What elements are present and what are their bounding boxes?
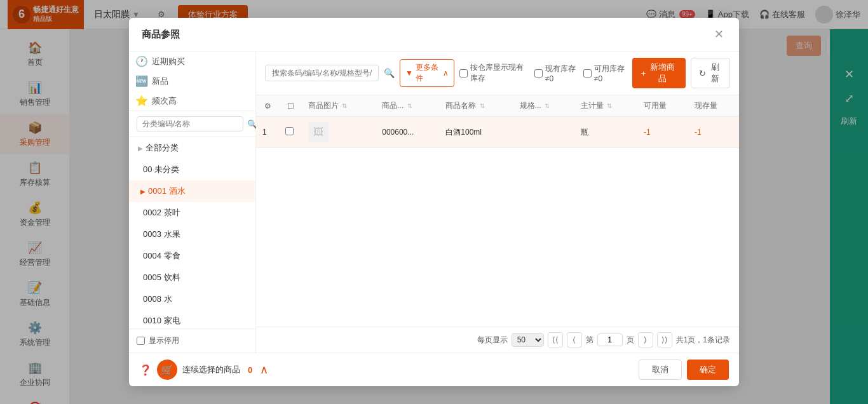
category-alcohol[interactable]: ▶ 0001 酒水 [129, 180, 255, 202]
add-icon: + [641, 69, 646, 78]
usable-stock-label: 可用库存≠0 [594, 64, 627, 83]
usable-stock-checkbox[interactable] [583, 69, 592, 77]
col-stock-label: 现存量 [695, 101, 717, 110]
category-water[interactable]: 0008 水 [129, 288, 255, 310]
col-settings[interactable]: ⚙ [256, 95, 279, 117]
total-info: 共1页，1条记录 [676, 335, 730, 346]
row-name: 白酒100ml [439, 117, 513, 148]
expand-all-icon: ▶ [138, 145, 143, 152]
more-filter-button[interactable]: ▼ 更多条件 ∧ [400, 59, 454, 87]
row-spec [513, 117, 574, 148]
product-unit: 瓶 [581, 128, 588, 137]
existing-stock-filter: 现有库存≠0 [534, 64, 578, 83]
col-available: 可用量 [637, 95, 688, 117]
refresh-icon: ↻ [699, 69, 706, 78]
row-check[interactable] [279, 117, 302, 148]
category-search-input[interactable] [137, 116, 243, 131]
category-all-label: 全部分类 [146, 142, 179, 154]
col-checkbox[interactable]: ☐ [279, 95, 302, 117]
refresh-label: 刷新 [709, 62, 722, 84]
category-snack[interactable]: 0004 零食 [129, 245, 255, 267]
prev-page-button[interactable]: ⟨ [567, 332, 582, 347]
category-appliance[interactable]: 0010 家电 [129, 310, 255, 328]
confirm-button[interactable]: 确定 [687, 360, 729, 380]
first-page-button[interactable]: ⟨⟨ [548, 332, 563, 347]
unit-sort-icon[interactable]: ⇅ [607, 102, 612, 109]
col-image: 商品图片 ⇅ [302, 95, 376, 117]
category-appliance-label: 0010 家电 [143, 315, 180, 327]
category-fruit-label: 0003 水果 [143, 229, 180, 240]
modal-close-button[interactable]: ✕ [711, 27, 726, 42]
category-beverage-label: 0005 饮料 [143, 272, 180, 283]
code-sort-icon[interactable]: ⇅ [407, 102, 412, 109]
col-unit: 主计量 ⇅ [574, 95, 637, 117]
row-unit: 瓶 [574, 117, 637, 148]
usable-stock-filter: 可用库存≠0 [583, 64, 627, 83]
modal-footer: ❓ 🛒 连续选择的商品 0 ∧ 取消 确定 [129, 353, 739, 386]
quick-filter-new[interactable]: 🆕 新品 [129, 71, 255, 91]
category-tea[interactable]: 0002 茶叶 [129, 202, 255, 224]
product-table-wrap: ⚙ ☐ 商品图片 ⇅ 商品... ⇅ [256, 95, 739, 327]
warehouse-filter-label: 按仓库显示现有库存 [470, 62, 529, 84]
row-code: 000600... [376, 117, 439, 148]
category-snack-label: 0004 零食 [143, 250, 180, 262]
image-sort-icon[interactable]: ⇅ [342, 102, 347, 109]
cancel-button[interactable]: 取消 [639, 360, 682, 380]
help-icon[interactable]: ❓ [139, 364, 152, 376]
quick-filter-recent-label: 近期购买 [152, 56, 185, 67]
quick-filter-frequent[interactable]: ⭐ 频次高 [129, 91, 255, 111]
collapse-footer-icon[interactable]: ∧ [260, 363, 268, 377]
product-available: -1 [644, 128, 651, 137]
spec-sort-icon[interactable]: ⇅ [545, 102, 550, 109]
col-code: 商品... ⇅ [376, 95, 439, 117]
add-product-label: 新增商品 [648, 62, 676, 84]
col-spec: 规格... ⇅ [513, 95, 574, 117]
modal-header: 商品参照 ✕ [129, 18, 739, 51]
existing-stock-label: 现有库存≠0 [545, 64, 578, 83]
product-name: 白酒100ml [445, 128, 482, 137]
col-code-label: 商品... [382, 101, 403, 110]
quick-filter-recent[interactable]: 🕐 近期购买 [129, 51, 255, 71]
col-available-label: 可用量 [644, 101, 667, 110]
page-label: 第 [586, 335, 593, 346]
add-product-button[interactable]: + 新增商品 [632, 58, 686, 88]
show-disabled-label: 显示停用 [149, 335, 179, 346]
per-page-label: 每页显示 [477, 335, 508, 346]
page-unit-label: 页 [627, 335, 634, 346]
row-image: 🖼 [302, 117, 376, 148]
row-num: 1 [256, 117, 279, 148]
row-checkbox[interactable] [285, 127, 294, 135]
existing-stock-checkbox[interactable] [534, 69, 543, 77]
category-list: ▶ 全部分类 00 未分类 ▶ 0001 酒水 0002 茶叶 0003 水果 [129, 137, 255, 328]
name-sort-icon[interactable]: ⇅ [480, 102, 485, 109]
page-input[interactable] [597, 333, 623, 346]
modal-overlay: 商品参照 ✕ 🕐 近期购买 🆕 新品 ⭐ [0, 0, 868, 404]
next-page-button[interactable]: ⟩ [638, 332, 653, 347]
category-all[interactable]: ▶ 全部分类 [129, 137, 255, 159]
continuous-select-label: 连续选择的商品 [182, 364, 240, 375]
show-disabled-checkbox[interactable] [137, 337, 145, 345]
category-beverage[interactable]: 0005 饮料 [129, 267, 255, 288]
quick-filter-frequent-label: 频次高 [152, 95, 177, 107]
per-page-select[interactable]: 10 20 50 100 [512, 333, 544, 347]
row-available: -1 [637, 117, 688, 148]
col-unit-label: 主计量 [581, 101, 604, 110]
product-stock: -1 [695, 128, 702, 137]
filter-label: 更多条件 [416, 62, 440, 84]
cart-button[interactable]: 🛒 [157, 360, 177, 380]
col-spec-label: 规格... [520, 101, 541, 110]
table-toolbar: 🔍 ▼ 更多条件 ∧ 按仓库显示现有库存 现有库存≠0 [256, 51, 739, 95]
filter-up-icon: ∧ [443, 69, 449, 77]
warehouse-filter-checkbox[interactable] [459, 69, 468, 77]
category-fruit[interactable]: 0003 水果 [129, 224, 255, 245]
search-icon[interactable]: 🔍 [384, 68, 395, 78]
right-panel: 🔍 ▼ 更多条件 ∧ 按仓库显示现有库存 现有库存≠0 [256, 51, 739, 353]
table-row[interactable]: 1 🖼 000600... 白酒100ml [256, 117, 739, 148]
col-image-label: 商品图片 [308, 101, 339, 110]
footer-actions: 取消 确定 [639, 360, 729, 380]
refresh-button[interactable]: ↻ 刷新 [691, 58, 730, 88]
category-uncategorized[interactable]: 00 未分类 [129, 159, 255, 180]
product-search-input[interactable] [265, 65, 379, 81]
last-page-button[interactable]: ⟩⟩ [657, 332, 672, 347]
pagination-bar: 每页显示 10 20 50 100 ⟨⟨ ⟨ 第 页 ⟩ ⟩⟩ 共1页，1条记录 [256, 327, 739, 353]
